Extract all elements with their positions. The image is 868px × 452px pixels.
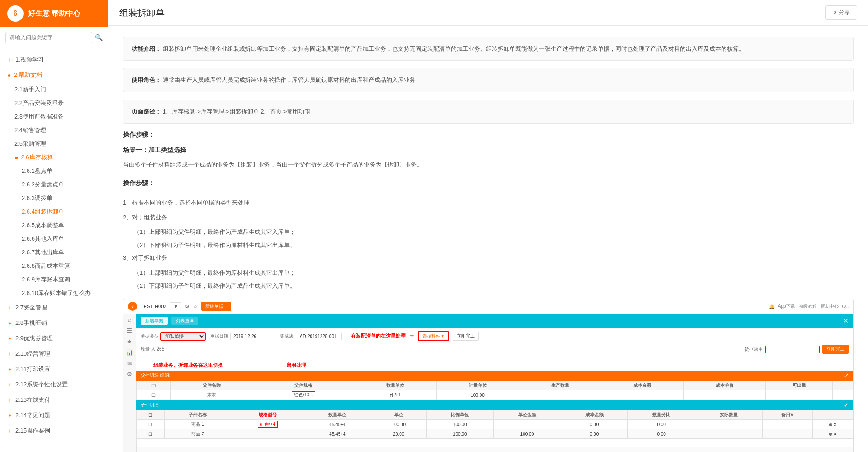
step1: 1、根据不同的业务，选择不同单据的类型来处理 [123,196,854,209]
app-finish-btn[interactable]: 立即完工 [453,332,479,341]
app-field-id-input[interactable] [297,333,342,340]
nav-parent-docs[interactable]: ● 2.帮助文档 [0,67,108,83]
app-close-btn[interactable]: ✕ [843,317,849,324]
app-upper-table: ☐ 父件名称 父件规格 数量单位 计量单位 生产数量 成本金额 成本单价 可出量 [136,381,853,400]
nav-child-24[interactable]: 2.4销售管理 [0,124,108,137]
role-box: 使用角色： 通常由生产人员或库管人员完成拆装业务的操作，库管人员确认原材料的出库… [123,68,854,92]
app-tab-new[interactable]: 新增单据 [141,317,168,325]
nav-parent-27[interactable]: ＋ 2.7资金管理 [0,300,108,315]
app-upper-td-op [833,390,853,400]
nav-child-267[interactable]: 2.6.7其他出库单 [0,246,108,259]
app-lower-td-qratio-2: 0.00 [628,429,695,439]
app-side-icon-mail[interactable]: ✉ [127,360,132,366]
table-row [137,439,853,447]
app-confirm-btn[interactable]: 立即完工 [822,345,849,354]
app-lower-td-unit2-2: 20.00 [371,429,426,439]
app-lower-section-expand[interactable]: ⤢ [844,402,849,408]
app-dropdown[interactable]: ▼ [170,302,181,310]
app-tab-list[interactable]: 列表查询 [171,317,198,325]
nav-child-25[interactable]: 2.5采购管理 [0,137,108,151]
app-form-header: 新增单据 列表查询 ✕ [136,314,853,328]
app-upper-section-header: 父件明细 组织: ⤢ [136,371,853,381]
annotation3-text: 启用处理 [286,362,306,369]
app-upper-th-op [833,381,853,390]
app-side-icon-chart[interactable]: 📊 [126,349,133,356]
app-upper-section-expand[interactable]: ⤢ [844,372,849,379]
app-lower-td-unit1-2: 45/45+4 [304,429,371,439]
nav-child-264[interactable]: 2.6.4组装拆卸单 [0,205,108,219]
nav-child-22[interactable]: 2.2产品安装及登录 [0,96,108,110]
sidebar: 6 好生意 帮助中心 🔍 ＋ 1.视频学习 ● 2.帮助文档 2.1新手入门 2… [0,0,108,452]
app-new-order-btn[interactable]: 新建单据 + [201,302,231,311]
nav-child-269[interactable]: 2.6.9库存账本查询 [0,273,108,286]
nav-item-215: ＋ 2.15操作案例 [0,423,108,438]
app-field-type: 单据类型 组装单据 [141,332,206,341]
step3-sub1: （1）上部明细为父件明细，最终作为原材料生成其它出库单； [123,266,854,280]
app-side-icon-gear[interactable]: ⚙ [127,371,132,377]
app-select-material-btn[interactable]: 选择料件▼ [418,331,449,341]
nav-parent-212[interactable]: ＋ 2.12系统个性化设置 [0,377,108,392]
nav-child-23[interactable]: 2.3使用前数据准备 [0,110,108,124]
step3-sub2: （2）下部明细为子件明细，最终作为产成品生成其它入库单。 [123,280,854,293]
app-field-id-label: 集成店: [280,333,295,339]
app-lower-th-spec: 规格型号 [231,410,304,420]
app-lower-td-unit1-1: 45/45+4 [304,420,371,429]
app-side-icon-home[interactable]: ⌂ [128,317,131,323]
app-store-label: 货框店用 [745,346,763,352]
app-store-field: 货框店用 立即完工 [745,345,849,354]
nav-child-263[interactable]: 2.6.3调拨单 [0,191,108,205]
app-field-type-label: 单据类型 [141,333,159,339]
app-lower-td-check-2[interactable]: ☐ [137,429,165,439]
nav-parent-210[interactable]: ＋ 2.10经营管理 [0,346,108,362]
nav-child-262[interactable]: 2.6.2分量盘点单 [0,178,108,191]
nav-parent-213[interactable]: ＋ 2.13在线支付 [0,392,108,408]
nav-item-27: ＋ 2.7资金管理 [0,300,108,315]
app-upper-td-check[interactable]: ☐ [137,390,171,400]
app-field-date-input[interactable] [230,333,275,340]
app-tutorial-link[interactable]: 初级教程 [799,303,817,309]
app-lower-td-check-1[interactable]: ☐ [137,420,165,429]
app-side-icon-list[interactable]: ☰ [127,328,132,334]
app-field-date-label: 单据日期 [210,333,228,339]
app-user-icon[interactable]: CC [842,304,849,309]
app-lower-td-empty-4 [137,447,853,452]
app-lower-section-header: 子件明细 ⤢ [136,400,853,410]
app-download-link[interactable]: App下载 [778,303,795,309]
app-settings-icon: ⚙ [185,304,189,309]
nav-parent-29[interactable]: ＋ 2.9优惠券管理 [0,331,108,346]
nav-children-docs: 2.1新手入门 2.2产品安装及登录 2.3使用前数据准备 2.4销售管理 2.… [0,83,108,300]
func-intro-label: 功能介绍： [132,45,161,52]
nav-child-2610[interactable]: 2.6.10库存账本错了怎么办 [0,286,108,300]
search-input[interactable] [5,32,92,43]
nav-child-266[interactable]: 2.6.6其他入库单 [0,232,108,246]
app-lower-th-ratio: 比例单位 [426,410,494,420]
nav-parent-214[interactable]: ＋ 2.14常见问题 [0,408,108,423]
app-store-input[interactable] [765,346,820,353]
app-upper-td-unit: 件/+1 [354,390,436,400]
app-field-type-select[interactable]: 组装单据 [160,332,206,341]
nav-parent-215[interactable]: ＋ 2.15操作案例 [0,423,108,438]
app-lower-section-label: 子件明细 [141,402,159,408]
logo-icon: 6 [7,5,24,22]
app-help-link[interactable]: 帮助中心 [821,303,839,309]
expand-213-icon: ＋ [7,396,13,404]
app-lower-td-bak-2 [762,429,812,439]
nav-parent-26[interactable]: ● 2.6库存核算 [0,151,108,164]
table-row [137,447,853,452]
nav-child-261[interactable]: 2.6.1盘点单 [0,164,108,178]
nav-child-265[interactable]: 2.6.5成本调整单 [0,219,108,232]
nav-parent-28[interactable]: ＋ 2.8手机旺铺 [0,315,108,331]
app-lower-th-op [812,410,853,420]
page-title: 组装拆卸单 [119,7,165,19]
nav-parent-video[interactable]: ＋ 1.视频学习 [0,52,108,67]
search-icon[interactable]: 🔍 [95,34,103,41]
app-upper-td-name: 末末 [170,390,253,400]
nav-parent-211[interactable]: ＋ 2.11打印设置 [0,362,108,377]
app-lower-th-check: ☐ [137,410,165,420]
nav-child-21[interactable]: 2.1新手入门 [0,83,108,96]
nav-child-268[interactable]: 2.6.8商品成本重算 [0,259,108,273]
share-button[interactable]: ↗ 分享 [825,5,857,20]
app-id: TEST-H002 [141,304,166,309]
app-side-icon-star[interactable]: ★ [127,338,132,345]
arrow-right-icon: → [409,332,415,339]
